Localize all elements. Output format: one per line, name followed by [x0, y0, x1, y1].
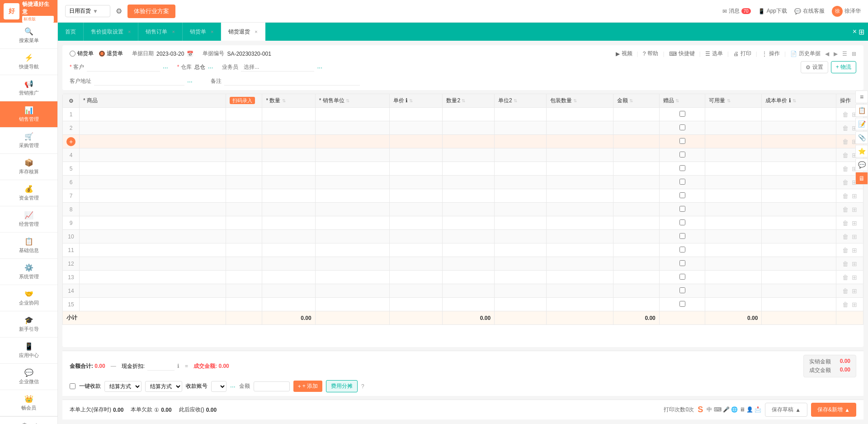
prev-record-icon[interactable]: ◀: [825, 51, 829, 57]
amount-cell[interactable]: [613, 108, 660, 121]
quantity2-cell[interactable]: [443, 243, 495, 257]
unit2-cell[interactable]: [495, 189, 547, 203]
available-cell[interactable]: [705, 243, 762, 257]
unit2-cell[interactable]: [495, 148, 547, 162]
gift-checkbox[interactable]: [679, 233, 685, 239]
radio-sales-return[interactable]: 退货单: [99, 50, 123, 57]
amount-cell[interactable]: [613, 230, 660, 243]
package-qty-cell[interactable]: [546, 230, 613, 243]
amount-cell[interactable]: [613, 121, 660, 135]
product-cell[interactable]: [80, 284, 226, 298]
cost-price-cell[interactable]: [762, 243, 836, 257]
account-number-select[interactable]: [211, 381, 226, 392]
amount-cell[interactable]: [613, 189, 660, 203]
product-cell[interactable]: [80, 176, 226, 189]
unit-price-cell[interactable]: [389, 108, 443, 121]
cost-price-cell[interactable]: [762, 257, 836, 271]
gift-checkbox[interactable]: [679, 138, 685, 144]
unit-price-cell[interactable]: [389, 257, 443, 271]
quantity2-cell[interactable]: [443, 176, 495, 189]
expense-split-button[interactable]: 费用分摊: [326, 380, 358, 392]
tab-close-all-icon[interactable]: ×: [853, 28, 857, 36]
package-qty-cell[interactable]: [546, 203, 613, 216]
product-cell[interactable]: [80, 148, 226, 162]
sidebar-item-marketing[interactable]: 📢 营销推广: [0, 75, 57, 101]
right-tool-1[interactable]: ≡: [855, 91, 868, 103]
package-qty-cell[interactable]: [546, 271, 613, 284]
next-record-icon[interactable]: ▶: [834, 51, 838, 57]
add-payment-button[interactable]: + + 添加: [293, 381, 322, 392]
copy-icon[interactable]: ⊞: [852, 206, 857, 213]
delete-icon[interactable]: 🗑: [842, 301, 849, 308]
scan-button[interactable]: 扫码录入: [230, 97, 255, 104]
available-cell[interactable]: [705, 203, 762, 216]
account-dots-btn[interactable]: ···: [230, 383, 236, 390]
available-cell[interactable]: [705, 189, 762, 203]
department-select[interactable]: 日用百货 ▼: [65, 5, 110, 17]
unit2-cell[interactable]: [495, 284, 547, 298]
view-grid-icon[interactable]: ⊞: [852, 51, 856, 57]
tab-close-sales-order[interactable]: ×: [172, 29, 175, 34]
online-service-button[interactable]: 💬 在线客服: [794, 7, 825, 15]
cost-price-cell[interactable]: [762, 148, 836, 162]
product-cell[interactable]: [80, 203, 226, 216]
sidebar-item-basic[interactable]: 📋 基础信息: [0, 233, 57, 259]
available-cell[interactable]: [705, 216, 762, 230]
unit-price-cell[interactable]: [389, 162, 443, 176]
gift-checkbox[interactable]: [679, 274, 685, 280]
product-cell[interactable]: [80, 271, 226, 284]
settings-button[interactable]: ⚙ 设置: [801, 61, 828, 73]
right-tool-6[interactable]: 💬: [855, 158, 868, 171]
address-select-btn[interactable]: ···: [187, 78, 193, 85]
gift-checkbox[interactable]: [679, 124, 685, 130]
quantity2-cell[interactable]: [443, 203, 495, 216]
one-click-payment-checkbox[interactable]: [70, 383, 75, 389]
available-cell[interactable]: [705, 148, 762, 162]
quantity-cell[interactable]: [262, 203, 315, 216]
available-cell[interactable]: [705, 284, 762, 298]
cost-price-cell[interactable]: [762, 298, 836, 311]
sidebar-settings-icon[interactable]: ⚙: [21, 421, 28, 424]
quantity2-cell[interactable]: [443, 148, 495, 162]
delete-icon[interactable]: 🗑: [842, 219, 849, 227]
gear-icon[interactable]: ⚙: [116, 7, 122, 15]
gift-checkbox[interactable]: [679, 152, 685, 157]
unit2-cell[interactable]: [495, 257, 547, 271]
unit2-cell[interactable]: [495, 162, 547, 176]
tab-sales-return[interactable]: 销货退货 ×: [221, 23, 265, 41]
right-tool-5[interactable]: ⭐: [855, 145, 868, 157]
sidebar-item-system[interactable]: ⚙️ 系统管理: [0, 259, 57, 285]
package-qty-cell[interactable]: [546, 121, 613, 135]
try-solution-button[interactable]: 体验行业方案: [127, 5, 175, 18]
unit-price-cell[interactable]: [389, 148, 443, 162]
available-cell[interactable]: [705, 162, 762, 176]
unit2-cell[interactable]: [495, 243, 547, 257]
unit2-cell[interactable]: [495, 216, 547, 230]
gift-checkbox[interactable]: [679, 192, 685, 198]
delete-icon[interactable]: 🗑: [842, 287, 849, 295]
amount-cell[interactable]: [613, 148, 660, 162]
warehouse-select-btn[interactable]: ···: [208, 64, 213, 71]
cost-price-cell[interactable]: [762, 162, 836, 176]
delete-icon[interactable]: 🗑: [842, 138, 849, 145]
sidebar-item-purchase[interactable]: 🛒 采购管理: [0, 128, 57, 154]
sidebar-item-newbie[interactable]: 🎓 新手引导: [0, 311, 57, 338]
gift-checkbox[interactable]: [679, 301, 685, 307]
remark-input[interactable]: [224, 77, 360, 86]
cost-price-cell[interactable]: [762, 271, 836, 284]
amount-cell[interactable]: [613, 203, 660, 216]
copy-icon[interactable]: ⊞: [852, 219, 857, 227]
package-qty-cell[interactable]: [546, 243, 613, 257]
quantity2-cell[interactable]: [443, 108, 495, 121]
gift-checkbox[interactable]: [679, 287, 685, 293]
quantity2-cell[interactable]: [443, 135, 495, 148]
sale-unit-cell[interactable]: [315, 271, 389, 284]
unit2-cell[interactable]: [495, 230, 547, 243]
cost-price-cell[interactable]: [762, 203, 836, 216]
toolbar-help[interactable]: ?帮助: [643, 50, 659, 57]
sale-unit-cell[interactable]: [315, 203, 389, 216]
available-cell[interactable]: [705, 257, 762, 271]
cost-price-cell[interactable]: [762, 135, 836, 148]
sale-unit-cell[interactable]: [315, 148, 389, 162]
product-cell[interactable]: [80, 243, 226, 257]
